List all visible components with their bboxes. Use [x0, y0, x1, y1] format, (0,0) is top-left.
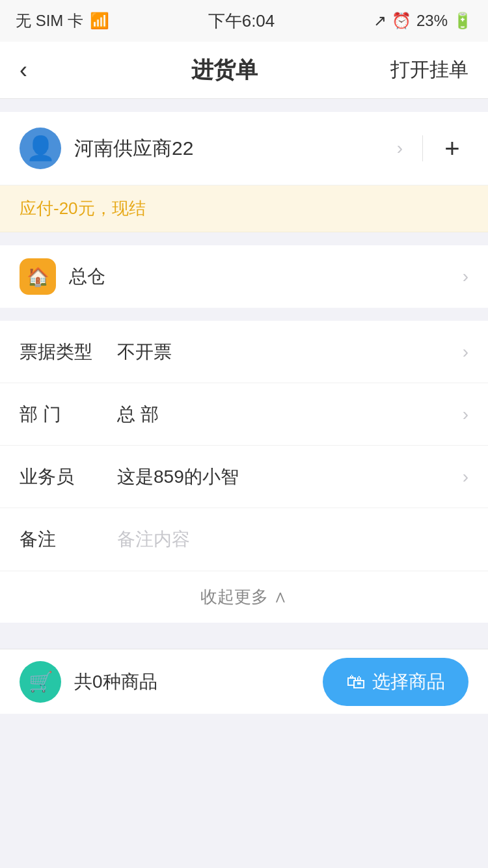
nav-bar: ‹ 进货单 打开挂单 [0, 42, 488, 99]
product-icon: 🛒 [29, 670, 53, 693]
page-title: 进货单 [191, 55, 258, 85]
status-time: 下午6:04 [208, 10, 275, 33]
form-section: 票据类型 不开票 › 部 门 总 部 › 业务员 这是859的小智 › 备注 备… [0, 321, 488, 571]
product-count-text: 共0种商品 [74, 670, 323, 694]
select-product-button[interactable]: 🛍 选择商品 [323, 658, 468, 706]
select-product-label: 选择商品 [372, 670, 445, 694]
warehouse-label: 总仓 [69, 264, 463, 289]
department-chevron-icon: › [463, 404, 468, 425]
ticket-type-value: 不开票 [111, 340, 463, 364]
product-icon-bg: 🛒 [20, 661, 61, 703]
person-icon: 👤 [26, 135, 55, 162]
status-right: ↗ ⏰ 23% 🔋 [373, 12, 472, 30]
supplier-row[interactable]: 👤 河南供应商22 › + [0, 112, 488, 185]
supplier-name: 河南供应商22 [74, 135, 397, 162]
supplier-avatar: 👤 [20, 128, 61, 169]
salesperson-row[interactable]: 业务员 这是859的小智 › [0, 446, 488, 508]
warehouse-row[interactable]: 🏠 总仓 › [0, 245, 488, 308]
remark-label: 备注 [20, 527, 111, 552]
salesperson-chevron-icon: › [463, 467, 468, 487]
department-value: 总 部 [111, 402, 463, 427]
department-label: 部 门 [20, 402, 111, 427]
battery-icon: 🔋 [453, 12, 472, 30]
ticket-type-label: 票据类型 [20, 340, 111, 364]
warehouse-section: 🏠 总仓 › [0, 245, 488, 308]
warehouse-chevron-icon: › [463, 266, 468, 287]
back-button[interactable]: ‹ [20, 57, 59, 84]
section-gap-4 [0, 623, 488, 636]
carrier-text: 无 SIM 卡 [16, 10, 83, 31]
status-bar: 无 SIM 卡 📶 下午6:04 ↗ ⏰ 23% 🔋 [0, 0, 488, 42]
add-supplier-button[interactable]: + [436, 134, 468, 163]
supplier-section: 👤 河南供应商22 › + 应付-20元，现结 [0, 112, 488, 232]
alarm-icon: ⏰ [392, 12, 411, 30]
collapse-text: 收起更多 ∧ [200, 586, 287, 608]
section-gap-2 [0, 232, 488, 245]
supplier-divider [422, 135, 423, 161]
page-background [0, 714, 488, 844]
remark-input[interactable]: 备注内容 [111, 527, 468, 552]
bottom-bar: 🛒 共0种商品 🛍 选择商品 [0, 649, 488, 714]
notice-bar: 应付-20元，现结 [0, 185, 488, 232]
supplier-chevron-icon: › [397, 138, 403, 159]
remark-row[interactable]: 备注 备注内容 [0, 508, 488, 571]
warehouse-icon-bg: 🏠 [20, 258, 56, 295]
warehouse-icon: 🏠 [27, 266, 49, 288]
location-icon: ↗ [373, 12, 386, 30]
ticket-type-chevron-icon: › [463, 342, 468, 362]
ticket-type-row[interactable]: 票据类型 不开票 › [0, 321, 488, 383]
section-gap-3 [0, 308, 488, 321]
select-product-icon: 🛍 [346, 671, 366, 693]
salesperson-value: 这是859的小智 [111, 465, 463, 489]
notice-text: 应付-20元，现结 [20, 198, 146, 218]
department-row[interactable]: 部 门 总 部 › [0, 383, 488, 446]
collapse-row[interactable]: 收起更多 ∧ [0, 571, 488, 623]
battery-text: 23% [416, 12, 448, 30]
wifi-icon: 📶 [90, 12, 109, 30]
open-pending-button[interactable]: 打开挂单 [390, 57, 468, 83]
section-gap-1 [0, 99, 488, 112]
salesperson-label: 业务员 [20, 465, 111, 489]
status-left: 无 SIM 卡 📶 [16, 10, 109, 31]
